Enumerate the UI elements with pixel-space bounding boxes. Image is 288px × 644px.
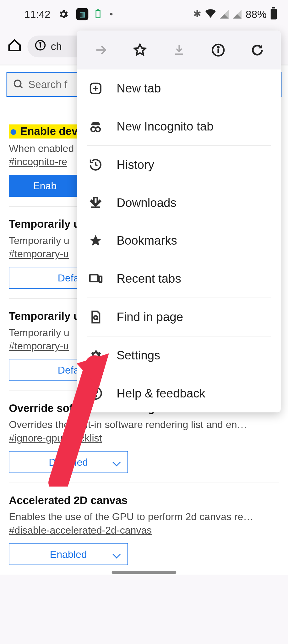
menu-item-label: History	[117, 158, 154, 172]
signal-icon-2	[233, 10, 242, 19]
settings-status-icon	[58, 8, 69, 20]
chevron-down-icon	[112, 458, 120, 466]
search-placeholder: Search f	[28, 78, 67, 91]
site-info-icon[interactable]	[35, 39, 46, 53]
flag-hash-link[interactable]: #ignore-gpu-blocklist	[9, 432, 102, 444]
page-info-button[interactable]	[211, 43, 225, 57]
reload-button[interactable]	[250, 43, 264, 57]
svg-point-3	[14, 80, 21, 87]
forward-button[interactable]	[93, 43, 108, 57]
flag-dropdown[interactable]: Disabled	[9, 451, 128, 473]
svg-line-4	[20, 86, 22, 88]
menu-item-label: Help & feedback	[117, 386, 205, 400]
flag-title: Enable dev	[9, 125, 79, 139]
menu-item-label: Bookmarks	[117, 234, 177, 248]
new-tab-icon	[88, 81, 103, 95]
svg-point-21	[95, 396, 96, 397]
flag-dropdown[interactable]: Enabled	[9, 543, 128, 565]
signal-icon-1	[220, 10, 229, 19]
status-time: 11:42	[24, 8, 51, 20]
svg-rect-5	[175, 53, 183, 55]
flag-hash-link[interactable]: #temporary-u	[9, 248, 69, 260]
svg-point-12	[91, 127, 96, 132]
flag-dropdown-value: Enab	[33, 180, 57, 192]
r6-app-icon: ▥	[76, 8, 89, 20]
more-notifications-dot	[110, 13, 113, 15]
svg-rect-17	[99, 276, 102, 282]
incognito-icon	[88, 119, 103, 133]
menu-item-label: Downloads	[117, 196, 177, 210]
flag-title: Temporarily u	[9, 218, 80, 231]
menu-find-in-page[interactable]: Find in page	[77, 298, 281, 336]
bookmark-star-button[interactable]	[133, 43, 147, 57]
flag-item: Accelerated 2D canvas Enables the use of…	[9, 483, 279, 575]
recent-tabs-icon	[88, 272, 103, 286]
menu-item-label: New tab	[117, 81, 161, 95]
settings-icon	[88, 348, 103, 362]
browser-overflow-menu: New tab New Incognito tab History Downlo…	[77, 31, 281, 413]
svg-point-2	[40, 42, 41, 43]
flag-title: Temporarily u	[9, 310, 80, 323]
menu-incognito-tab[interactable]: New Incognito tab	[77, 108, 281, 146]
menu-item-label: Settings	[117, 348, 160, 362]
battery-percentage: 88%	[246, 8, 267, 20]
menu-item-label: Recent tabs	[117, 272, 181, 286]
menu-bookmarks[interactable]: Bookmarks	[77, 222, 281, 260]
flag-hash-link[interactable]: #temporary-u	[9, 340, 69, 352]
flag-dropdown-value: Defa	[58, 364, 79, 376]
menu-new-tab[interactable]: New tab	[77, 69, 281, 108]
downloads-icon	[88, 196, 103, 210]
android-nav-handle[interactable]	[112, 571, 176, 574]
svg-rect-16	[90, 275, 98, 281]
flag-dropdown-value: Defa	[58, 272, 79, 284]
menu-settings[interactable]: Settings	[77, 336, 281, 375]
menu-item-label: New Incognito tab	[117, 119, 213, 133]
flag-hash-link[interactable]: #disable-accelerated-2d-canvas	[9, 524, 152, 536]
home-button[interactable]	[7, 38, 22, 54]
menu-quick-actions	[77, 31, 281, 69]
flag-dropdown-value: Disabled	[49, 456, 88, 468]
bookmarks-icon	[88, 234, 103, 248]
menu-downloads[interactable]: Downloads	[77, 184, 281, 222]
flag-description: Enables the use of the GPU to perform 2d…	[9, 511, 279, 523]
menu-help-feedback[interactable]: Help & feedback	[77, 375, 281, 413]
battery-icon	[271, 9, 277, 19]
find-in-page-icon	[88, 310, 103, 324]
menu-history[interactable]: History	[77, 146, 281, 184]
svg-point-13	[95, 127, 100, 132]
wifi-icon	[205, 8, 216, 20]
svg-point-8	[217, 47, 219, 48]
flag-title: Accelerated 2D canvas	[9, 494, 128, 507]
download-button[interactable]	[171, 43, 186, 57]
help-icon	[88, 386, 103, 400]
flag-dropdown-value: Enabled	[50, 548, 87, 560]
bluetooth-icon: ✱	[193, 8, 201, 20]
history-icon	[88, 158, 103, 172]
svg-line-19	[97, 319, 98, 320]
flag-description: Overrides the built-in software renderin…	[9, 419, 279, 430]
menu-item-label: Find in page	[117, 310, 183, 324]
chevron-down-icon	[112, 551, 120, 558]
battery-saver-icon	[95, 10, 100, 18]
menu-recent-tabs[interactable]: Recent tabs	[77, 260, 281, 298]
flag-hash-link[interactable]: #incognito-re	[9, 156, 67, 168]
url-text: ch	[51, 40, 62, 53]
status-bar: 11:42 ▥ ✱ 88%	[0, 0, 288, 28]
